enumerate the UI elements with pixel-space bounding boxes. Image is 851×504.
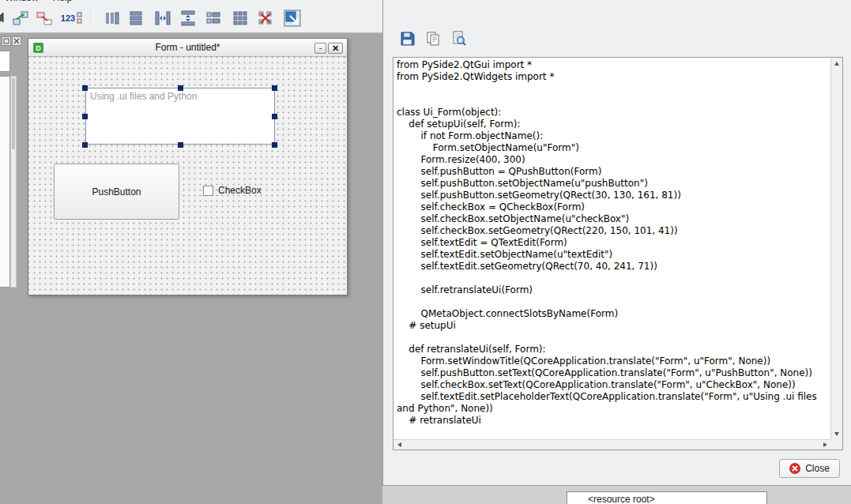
scroll-up-icon[interactable]: [831, 58, 842, 69]
up-arrow-glyph: [834, 62, 839, 66]
hbars-icon: [105, 11, 119, 25]
checkbox-indicator[interactable]: [203, 186, 213, 196]
pushbutton-label: PushButton: [92, 186, 141, 197]
x-glyph: [792, 465, 798, 472]
layout-horizontal-icon[interactable]: [101, 7, 123, 29]
form-grid-icon: [206, 11, 220, 25]
find-icon[interactable]: [449, 28, 469, 49]
close-circle-icon: [789, 463, 800, 474]
magnifier-glyph: [451, 31, 467, 47]
pointer-icon: [0, 10, 8, 26]
pushbutton-widget[interactable]: PushButton: [54, 164, 179, 220]
selection-handle[interactable]: [272, 85, 277, 91]
grid-icon: [233, 11, 247, 25]
textedit-placeholder: Using .ui files and Python: [90, 91, 197, 102]
splitter-vertical-icon[interactable]: [177, 7, 199, 29]
right-arrow-glyph: [823, 442, 827, 447]
copy-icon[interactable]: [423, 28, 443, 49]
mdi-area: Form - untitled* D - ✕ Using .ui files a…: [0, 33, 382, 504]
vertical-scrollbar[interactable]: [830, 58, 842, 439]
menu-window[interactable]: Window: [5, 0, 39, 6]
resource-root-item[interactable]: <resource root>: [567, 491, 767, 504]
resource-browser-panel: <resource root>: [382, 486, 851, 504]
tab-order-marks-icon: [77, 11, 83, 25]
form-canvas[interactable]: Using .ui files and Python PushButton Ch…: [28, 57, 347, 295]
selection-handle[interactable]: [272, 114, 277, 119]
horizontal-scrollbar[interactable]: [393, 439, 830, 449]
hsplit-icon: [155, 10, 171, 26]
menubar: Window Help: [0, 0, 72, 6]
vbars-icon: [129, 11, 143, 25]
scrollbar-handle[interactable]: [12, 78, 15, 149]
selection-handle[interactable]: [272, 142, 277, 148]
scroll-left-icon[interactable]: [393, 440, 405, 449]
edit-buddies-icon[interactable]: [33, 7, 55, 29]
layout-grid-icon[interactable]: [229, 7, 251, 29]
widgetbox-list[interactable]: [0, 76, 10, 288]
break-layout-icon[interactable]: [254, 7, 277, 29]
scroll-down-icon[interactable]: [831, 428, 842, 439]
selection-handle[interactable]: [178, 85, 183, 91]
minimize-button[interactable]: -: [314, 43, 326, 54]
selection-handle[interactable]: [82, 114, 88, 119]
form-titlebar[interactable]: Form - untitled* D - ✕: [28, 39, 347, 57]
adjust-size-icon[interactable]: [281, 7, 303, 29]
scrollbar-corner: [830, 439, 842, 449]
save-icon[interactable]: [397, 28, 418, 49]
generated-code[interactable]: from PySide2.QtGui import * from PySide2…: [397, 59, 829, 438]
down-arrow-glyph: [834, 432, 839, 436]
form-window-icon: D: [33, 43, 43, 53]
buddy-icon: [36, 9, 53, 27]
code-preview-dialog: from PySide2.QtGui import * from PySide2…: [382, 0, 851, 486]
dock-float-icon[interactable]: [2, 36, 11, 46]
menu-help[interactable]: Help: [53, 0, 73, 6]
splitter-horizontal-icon[interactable]: [152, 7, 174, 29]
copy-glyph: [425, 31, 441, 47]
toolbar-separator: [93, 9, 94, 28]
top-bar: Window Help: [0, 0, 382, 33]
layout-form-icon[interactable]: [202, 7, 224, 29]
checkbox-widget[interactable]: CheckBox: [203, 185, 262, 196]
close-glyph: [13, 38, 20, 44]
dialog-close-button[interactable]: Close: [779, 459, 840, 478]
break-grid-icon: [258, 10, 273, 26]
code-view[interactable]: from PySide2.QtGui import * from PySide2…: [393, 57, 843, 450]
edit-signals-slots-icon[interactable]: [9, 7, 32, 29]
qt-designer-app: Window Help: [0, 0, 851, 504]
scroll-right-icon[interactable]: [819, 440, 830, 449]
selection-handle[interactable]: [82, 142, 88, 148]
adjust-size-glyph: [284, 9, 301, 27]
dock-close-icon[interactable]: [12, 36, 21, 46]
checkbox-label: CheckBox: [218, 185, 262, 196]
form-title: Form - untitled*: [28, 42, 347, 53]
close-button-label: Close: [805, 463, 830, 474]
float-glyph: [3, 38, 9, 44]
vsplit-icon: [180, 10, 196, 26]
widgetbox-scrollbar[interactable]: [10, 76, 17, 288]
selection-handle[interactable]: [82, 85, 88, 91]
textedit-widget[interactable]: Using .ui files and Python: [85, 88, 275, 145]
form-designer-window: Form - untitled* D - ✕ Using .ui files a…: [28, 38, 348, 295]
selection-handle[interactable]: [178, 142, 183, 148]
edit-tab-order-icon[interactable]: 123: [58, 7, 85, 29]
close-button[interactable]: ✕: [328, 43, 343, 54]
floppy-glyph: [400, 31, 416, 47]
widgetbox-filter-input[interactable]: [0, 51, 10, 72]
tab-order-label: 123: [61, 13, 75, 23]
left-arrow-glyph: [397, 442, 401, 447]
layout-vertical-icon[interactable]: [125, 7, 147, 29]
signal-slot-icon: [12, 9, 29, 27]
